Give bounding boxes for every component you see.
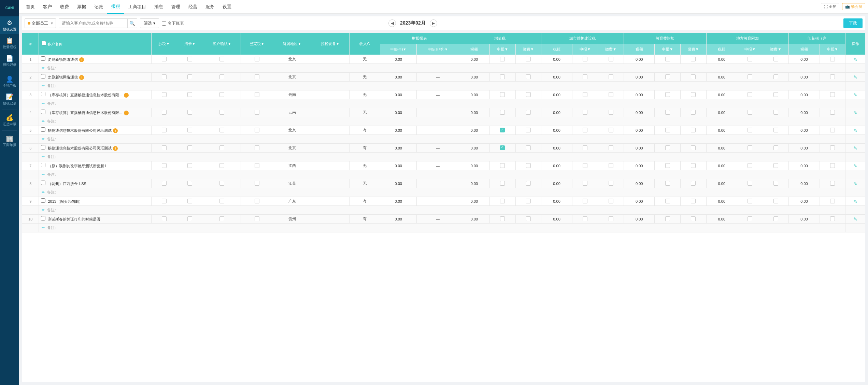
- difang-jiaofei-checkbox[interactable]: [773, 74, 778, 79]
- jiaoyu-jiaofei-checkbox[interactable]: [691, 74, 696, 79]
- yishenhe-checkbox[interactable]: [255, 74, 259, 79]
- chengshi-jiaofei-checkbox[interactable]: [609, 199, 613, 203]
- difang-jiaofei-checkbox[interactable]: [773, 199, 778, 203]
- yinhua-shenbao-checkbox[interactable]: [830, 74, 835, 79]
- jiaoyu-jiaofei-checkbox[interactable]: [691, 110, 696, 115]
- chengshi-jiaofei-checkbox[interactable]: [609, 163, 613, 168]
- jiaoyu-shenbao-checkbox[interactable]: [665, 74, 670, 79]
- queren-checkbox[interactable]: [219, 181, 224, 186]
- yinhua-shenbao-checkbox[interactable]: [830, 128, 835, 132]
- huaka-checkbox[interactable]: [187, 110, 192, 115]
- queren-checkbox[interactable]: [219, 163, 224, 168]
- nav-item-jingying[interactable]: 经营: [184, 0, 201, 14]
- edit-icon[interactable]: ✎: [853, 110, 857, 115]
- row-checkbox[interactable]: [41, 163, 45, 167]
- zengzhi-jiaofei-checkbox[interactable]: [526, 181, 531, 186]
- difang-jiaofei-checkbox[interactable]: [773, 128, 778, 132]
- chaoshui-checkbox[interactable]: [162, 163, 167, 168]
- jiaoyu-shenbao-checkbox[interactable]: [665, 57, 670, 61]
- queren-checkbox[interactable]: [219, 199, 224, 203]
- employee-selector[interactable]: 全部员工 ▾: [25, 18, 56, 28]
- zengzhi-jiaofei-checkbox[interactable]: [526, 57, 531, 61]
- chengshi-jiaofei-checkbox[interactable]: [609, 181, 613, 186]
- chengshi-shenbao-checkbox[interactable]: [583, 163, 587, 168]
- huaka-checkbox[interactable]: [187, 181, 192, 186]
- row-checkbox[interactable]: [41, 56, 45, 61]
- queren-checkbox[interactable]: [219, 57, 224, 61]
- name-checkbox[interactable]: [162, 21, 166, 26]
- difang-jiaofei-checkbox[interactable]: [773, 145, 778, 150]
- difang-shenbao-checkbox[interactable]: [748, 145, 752, 150]
- chengshi-shenbao-checkbox[interactable]: [583, 181, 587, 186]
- edit-icon[interactable]: ✎: [853, 163, 857, 169]
- zengzhi-jiaofei-checkbox[interactable]: [526, 74, 531, 79]
- difang-jiaofei-checkbox[interactable]: [773, 216, 778, 221]
- difang-shenbao-checkbox[interactable]: [748, 216, 752, 221]
- yinhua-shenbao-checkbox[interactable]: [830, 110, 835, 115]
- search-input[interactable]: [59, 19, 127, 28]
- nav-item-piaoju[interactable]: 票据: [73, 0, 90, 14]
- nav-item-fuwu[interactable]: 服务: [201, 0, 218, 14]
- chaoshui-checkbox[interactable]: [162, 92, 167, 97]
- edit-icon[interactable]: ✎: [853, 199, 857, 204]
- chengshi-shenbao-checkbox[interactable]: [583, 199, 587, 203]
- sidebar-item-piliangshuibao[interactable]: 📋 批量报税: [0, 34, 19, 52]
- unchecked-checkbox[interactable]: [500, 110, 505, 115]
- jiaoyu-shenbao-checkbox[interactable]: [665, 216, 670, 221]
- yinhua-shenbao-checkbox[interactable]: [830, 181, 835, 186]
- chengshi-jiaofei-checkbox[interactable]: [609, 92, 613, 97]
- jiaoyu-jiaofei-checkbox[interactable]: [691, 199, 696, 203]
- next-month-button[interactable]: ▶: [430, 19, 437, 27]
- row-checkbox[interactable]: [41, 110, 45, 114]
- jiaoyu-jiaofei-checkbox[interactable]: [691, 145, 696, 150]
- zengzhi-jiaofei-checkbox[interactable]: [526, 163, 531, 168]
- jiaoyu-shenbao-checkbox[interactable]: [665, 199, 670, 203]
- yishenhe-checkbox[interactable]: [255, 199, 259, 203]
- nav-item-baoshu[interactable]: 报税: [107, 0, 124, 14]
- edit-icon[interactable]: ✎: [853, 74, 857, 80]
- difang-shenbao-checkbox[interactable]: [748, 128, 752, 132]
- huaka-checkbox[interactable]: [187, 199, 192, 203]
- huaka-checkbox[interactable]: [187, 163, 192, 168]
- huaka-checkbox[interactable]: [187, 128, 192, 132]
- zengzhi-jiaofei-checkbox[interactable]: [526, 199, 531, 203]
- chaoshui-checkbox[interactable]: [162, 74, 167, 79]
- checked-checkbox[interactable]: [500, 145, 505, 150]
- difang-jiaofei-checkbox[interactable]: [773, 163, 778, 168]
- chaoshui-checkbox[interactable]: [162, 110, 167, 115]
- difang-jiaofei-checkbox[interactable]: [773, 57, 778, 61]
- queren-checkbox[interactable]: [219, 74, 224, 79]
- yishenhe-checkbox[interactable]: [255, 181, 259, 186]
- search-button[interactable]: 🔍: [127, 18, 137, 28]
- chengshi-shenbao-checkbox[interactable]: [583, 57, 587, 61]
- member-button[interactable]: 📺 畅会员: [842, 3, 865, 10]
- jiaoyu-jiaofei-checkbox[interactable]: [691, 216, 696, 221]
- unchecked-checkbox[interactable]: [500, 181, 505, 186]
- chengshi-shenbao-checkbox[interactable]: [583, 74, 587, 79]
- difang-jiaofei-checkbox[interactable]: [773, 92, 778, 97]
- chaoshui-checkbox[interactable]: [162, 216, 167, 221]
- edit-icon[interactable]: ✎: [853, 128, 857, 133]
- jiaoyu-shenbao-checkbox[interactable]: [665, 181, 670, 186]
- yishenhe-checkbox[interactable]: [255, 163, 259, 168]
- nav-item-guanli[interactable]: 管理: [167, 0, 184, 14]
- row-checkbox[interactable]: [41, 92, 45, 96]
- sidebar-item-gerenzhongbao[interactable]: 👤 个税申报: [0, 73, 19, 90]
- chengshi-jiaofei-checkbox[interactable]: [609, 74, 613, 79]
- nav-item-gongshangxiangmu[interactable]: 工商项目: [124, 0, 150, 14]
- sidebar-item-baoshuishezhi[interactable]: ⚙ 报税设置: [0, 16, 19, 34]
- chaoshui-checkbox[interactable]: [162, 145, 167, 150]
- row-checkbox[interactable]: [41, 181, 45, 185]
- yishenhe-checkbox[interactable]: [255, 145, 259, 150]
- difang-shenbao-checkbox[interactable]: [748, 74, 752, 79]
- row-checkbox[interactable]: [41, 127, 45, 132]
- select-all-checkbox[interactable]: [42, 41, 46, 45]
- chengshi-shenbao-checkbox[interactable]: [583, 110, 587, 115]
- unchecked-checkbox[interactable]: [500, 163, 505, 168]
- name-checkbox-label[interactable]: 名下账表: [162, 20, 184, 26]
- yinhua-shenbao-checkbox[interactable]: [830, 57, 835, 61]
- jiaoyu-jiaofei-checkbox[interactable]: [691, 128, 696, 132]
- difang-shenbao-checkbox[interactable]: [748, 92, 752, 97]
- nav-item-shezhi[interactable]: 设置: [218, 0, 236, 14]
- unchecked-checkbox[interactable]: [500, 57, 505, 61]
